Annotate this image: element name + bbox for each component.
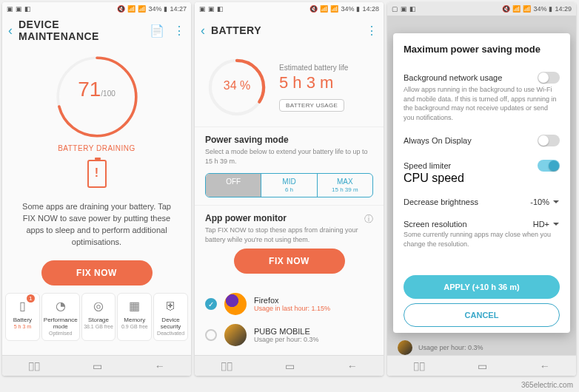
apply-button[interactable]: APPLY (+10 h 36 m) <box>404 275 560 299</box>
score-ring: 71/100 <box>53 53 141 141</box>
card-sub: Optimised <box>44 331 78 336</box>
status-bar: ▢▣◧ 🔇📶📶34%▮14:29 <box>387 2 576 16</box>
power-saving-dialog: Maximum power saving mode Background net… <box>393 33 570 333</box>
card-label: Performance mode <box>44 317 78 330</box>
card-battery[interactable]: 1 ▯ Battery 5 h 3 m <box>5 293 40 341</box>
row-speed-label: Speed limiter <box>404 161 451 170</box>
memory-icon: ▦ <box>119 298 150 314</box>
row-brightness[interactable]: Decrease brightness -10% <box>404 191 560 213</box>
watermark: 365electric.com <box>521 381 573 389</box>
wifi-icon: 📶 <box>320 5 328 13</box>
checkbox-unchecked[interactable] <box>205 329 217 341</box>
page-title: DEVICE MAINTENANCE <box>19 18 141 42</box>
row-speed-sub: CPU speed <box>404 172 560 191</box>
recents-button[interactable]: ⌷⌷ <box>413 360 425 372</box>
app-row[interactable]: PUBG MOBILEUsage per hour: 0.3% <box>195 320 384 351</box>
card-sub: 0.9 GB free <box>119 324 150 329</box>
card-storage[interactable]: ◎ Storage 38.1 GB free <box>81 293 116 341</box>
power-saving-section: Power saving mode Select a mode below to… <box>195 126 384 205</box>
score-label: BATTERY DRAINING <box>2 144 191 152</box>
notif-icon: ▢ <box>392 5 398 13</box>
section-desc: Tap FIX NOW to stop these apps from drai… <box>205 226 373 244</box>
section-desc: Select a mode below to extend your batte… <box>205 147 373 166</box>
estimate-label: Estimated battery life <box>279 64 348 72</box>
back-button[interactable]: ← <box>347 360 358 372</box>
toggle-bg-network[interactable] <box>538 72 560 84</box>
notif-icon: ▣ <box>16 5 22 13</box>
mode-max[interactable]: MAX15 h 39 m <box>317 174 372 197</box>
resolution-value: HD+ <box>533 220 549 229</box>
mode-mid[interactable]: MID6 h <box>261 174 316 197</box>
status-bar: ▣▣◧ 🔇📶📶34%▮14:27 <box>2 2 191 16</box>
row-resolution-desc: Some currently running apps may close wh… <box>404 230 560 249</box>
dialog-title: Maximum power saving mode <box>404 44 560 55</box>
notif-icon: ◧ <box>24 5 31 13</box>
storage-icon: ◎ <box>84 298 114 314</box>
toggle-speed-limiter[interactable] <box>538 160 560 172</box>
battery-usage-button[interactable]: BATTERY USAGE <box>279 99 344 112</box>
app-usage: Usage per hour: 0.3% <box>254 336 319 343</box>
back-icon[interactable]: ‹ <box>201 23 205 38</box>
fix-now-button[interactable]: FIX NOW <box>234 249 345 274</box>
back-icon[interactable]: ‹ <box>8 23 13 38</box>
score-max: /100 <box>101 89 115 98</box>
estimate-time: 5 h 3 m <box>279 73 348 92</box>
clock: 14:29 <box>555 5 572 13</box>
battery-icon: ▮ <box>164 5 167 13</box>
notif-icon: ◧ <box>217 5 224 13</box>
nav-bar: ⌷⌷ ▭ ← <box>387 355 576 376</box>
page-title: BATTERY <box>211 24 357 36</box>
toggle-aod[interactable] <box>538 135 560 146</box>
card-sub: 5 h 3 m <box>7 324 38 329</box>
mode-off[interactable]: OFF <box>206 174 261 197</box>
notif-icon: ▣ <box>199 5 206 13</box>
home-button[interactable]: ▭ <box>93 360 102 372</box>
brightness-value: -10% <box>530 197 549 206</box>
section-title: App power monitor <box>205 213 373 223</box>
row-bg-network-label: Background network usage <box>404 73 502 82</box>
card-memory[interactable]: ▦ Memory 0.9 GB free <box>117 293 152 341</box>
power-mode-segment: OFF MID6 h MAX15 h 39 m <box>205 173 373 197</box>
info-icon[interactable]: ⓘ <box>364 213 373 226</box>
card-label: Memory <box>119 317 150 323</box>
card-sub: Deactivated <box>155 331 186 336</box>
header: ‹ DEVICE MAINTENANCE 📄 ⋮ <box>2 16 191 45</box>
gauge-icon: ◔ <box>44 298 78 314</box>
battery-ring: 34 % <box>205 55 269 119</box>
recents-button[interactable]: ⌷⌷ <box>221 360 232 372</box>
nav-bar: ⌷⌷ ▭ ← <box>195 355 384 376</box>
card-performance[interactable]: ◔ Performance mode Optimised <box>41 293 80 341</box>
mute-icon: 🔇 <box>502 5 510 13</box>
home-button[interactable]: ▭ <box>478 360 487 372</box>
app-icon-firefox <box>224 293 247 315</box>
home-button[interactable]: ▭ <box>285 360 295 372</box>
card-security[interactable]: ⛨ Device security Deactivated <box>153 293 188 341</box>
document-icon[interactable]: 📄 <box>150 24 164 38</box>
battery-icon: ▮ <box>356 5 360 13</box>
screen-battery: ▣▣◧ 🔇📶📶34%▮14:28 ‹ BATTERY ⋮ 34 % Estima… <box>195 2 384 376</box>
back-button[interactable]: ← <box>155 360 165 372</box>
shield-icon: ⛨ <box>155 298 186 314</box>
signal-icon: 📶 <box>330 5 338 13</box>
row-resolution[interactable]: Screen resolution HD+ <box>404 213 560 230</box>
header: ‹ BATTERY ⋮ <box>195 16 384 45</box>
checkbox-checked[interactable]: ✓ <box>205 298 217 310</box>
app-row[interactable]: ✓ FirefoxUsage in last hour: 1.15% <box>195 288 384 320</box>
recents-button[interactable]: ⌷⌷ <box>28 360 40 372</box>
description: Some apps are draining your battery. Tap… <box>2 191 191 256</box>
battery-pct: 34% <box>533 5 546 13</box>
wifi-icon: 📶 <box>127 5 135 13</box>
app-name: PUBG MOBILE <box>254 327 319 336</box>
more-icon[interactable]: ⋮ <box>173 24 185 38</box>
app-usage: Usage in last hour: 1.15% <box>254 305 330 312</box>
back-button[interactable]: ← <box>540 360 550 372</box>
fix-now-button[interactable]: FIX NOW <box>41 260 153 285</box>
notif-icon: ▣ <box>401 5 407 13</box>
more-icon[interactable]: ⋮ <box>366 24 378 38</box>
cancel-button[interactable]: CANCEL <box>404 303 560 327</box>
clock: 14:28 <box>362 5 379 13</box>
app-icon-pubg <box>224 324 247 346</box>
screen-max-power-saving: ▢▣◧ 🔇📶📶34%▮14:29 Usage per hour: 0.3% Ma… <box>387 2 576 376</box>
app-name: Firefox <box>254 296 330 305</box>
mute-icon: 🔇 <box>117 5 125 13</box>
